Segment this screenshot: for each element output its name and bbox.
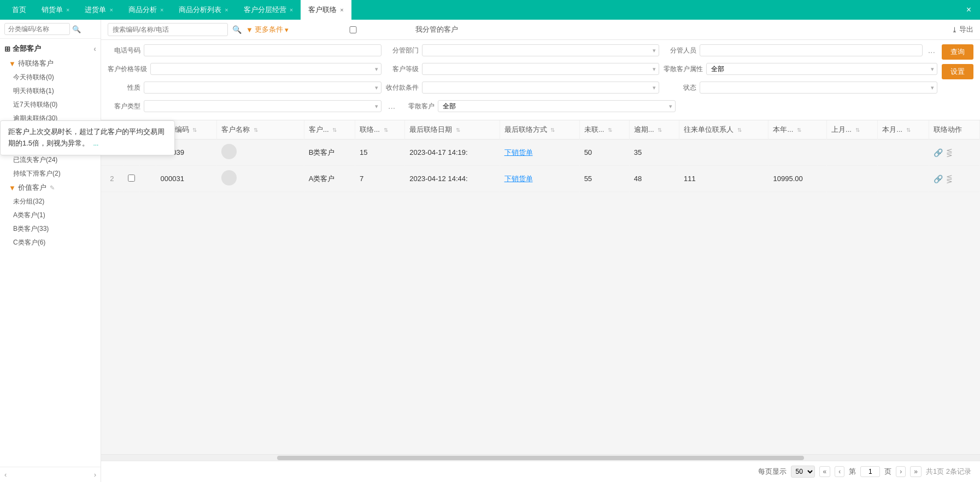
- retail-customer-select[interactable]: 全部: [438, 100, 676, 112]
- status-select[interactable]: [700, 82, 937, 94]
- more-conditions-button[interactable]: ▼ 更多条件 ▾: [246, 25, 289, 34]
- row2-checkbox[interactable]: [123, 166, 139, 192]
- close-customer-contact-tab[interactable]: ×: [340, 7, 343, 13]
- edit-icon[interactable]: ✎: [50, 184, 55, 191]
- sidebar-item-7days[interactable]: 近7天待联络(0): [0, 98, 101, 112]
- close-product-analysis-tab[interactable]: ×: [160, 7, 163, 13]
- col-overdue-header[interactable]: 逾期... ⇅: [629, 120, 679, 140]
- sidebar-collapse-icon[interactable]: ‹: [93, 44, 96, 53]
- row1-this-month: [878, 140, 929, 166]
- page-number-input[interactable]: [860, 466, 880, 477]
- search-input[interactable]: [108, 23, 228, 36]
- sidebar-item-b-class[interactable]: B类客户(33): [0, 222, 101, 236]
- nav-customer-contact[interactable]: 客户联络 ×: [301, 0, 351, 20]
- next-page-button[interactable]: ›: [896, 466, 906, 477]
- nav-product-analysis[interactable]: 商品分析 ×: [121, 0, 171, 20]
- customer-type-select[interactable]: [144, 100, 382, 112]
- payment-select[interactable]: [422, 82, 660, 94]
- sidebar-search-input[interactable]: [4, 23, 70, 35]
- sidebar-item-ungroup[interactable]: 未分组(32): [0, 195, 101, 208]
- col-this-month-header[interactable]: 本月... ⇅: [878, 120, 929, 140]
- dept-select[interactable]: [422, 44, 660, 56]
- page-size-select[interactable]: 50: [791, 466, 815, 478]
- sidebar-item-c-class[interactable]: C类客户(6): [0, 236, 101, 249]
- price-grade-select[interactable]: [150, 63, 382, 75]
- phone-input[interactable]: [144, 44, 382, 56]
- row1-link-icon[interactable]: 🔗: [934, 148, 943, 157]
- col-this-year-header[interactable]: 本年... ⇅: [768, 120, 827, 140]
- nav-sales[interactable]: 销货单 ×: [34, 0, 77, 20]
- horizontal-scrollbar[interactable]: [101, 454, 980, 461]
- export-button[interactable]: ⤓ 导出: [952, 25, 973, 34]
- nav-home[interactable]: 首页: [4, 0, 34, 20]
- person-input[interactable]: [700, 44, 922, 56]
- sidebar-search-icon[interactable]: 🔍: [72, 25, 81, 33]
- sidebar-all-customers[interactable]: ⊞ 全部客户 ‹: [0, 41, 101, 56]
- close-product-list-tab[interactable]: ×: [225, 7, 228, 13]
- col-last-month-header[interactable]: 上月... ⇅: [827, 120, 878, 140]
- grid-icon: ⊞: [4, 45, 10, 53]
- filter-row-1: 电话号码 分管部门 分管人员 ...: [108, 44, 937, 56]
- nav-customer-mgmt[interactable]: 客户分层经营 ×: [236, 0, 301, 20]
- sidebar-item-declining[interactable]: 持续下滑客户(2): [0, 167, 101, 181]
- close-sales-tab[interactable]: ×: [66, 7, 69, 13]
- settings-button[interactable]: 设置: [942, 64, 973, 79]
- main-layout: 🔍 ⊞ 全部客户 ‹ ▼ 待联络客户 今天待联络(0) 明天待联络(1) 近7天…: [0, 20, 980, 482]
- col-name-header[interactable]: 客户名称 ⇅: [216, 120, 304, 140]
- filter-gender: 性质: [108, 82, 382, 94]
- col-date-header[interactable]: 最后联络日期 ⇅: [405, 120, 500, 140]
- row1-grade: B类客户: [304, 140, 355, 166]
- arrow-down-icon: ▼: [9, 184, 16, 192]
- col-contact-header[interactable]: 联络... ⇅: [355, 120, 405, 140]
- nav-purchase[interactable]: 进货单 ×: [77, 0, 120, 20]
- retail-customer-label: 零散客户: [402, 102, 435, 111]
- close-customer-mgmt-tab[interactable]: ×: [290, 7, 293, 13]
- prev-page-button[interactable]: ‹: [835, 466, 844, 477]
- row2-method[interactable]: 下销货单: [500, 166, 579, 192]
- query-button[interactable]: 查询: [942, 44, 973, 60]
- row1-grid-icon[interactable]: ⋚: [946, 148, 953, 157]
- sidebar-item-tomorrow[interactable]: 明天待联络(1): [0, 84, 101, 98]
- sidebar-pending-contact-group[interactable]: ▼ 待联络客户: [0, 56, 101, 71]
- last-page-button[interactable]: »: [910, 466, 922, 477]
- row2-avatar: [221, 170, 237, 185]
- close-purchase-tab[interactable]: ×: [109, 7, 113, 13]
- row1-name: [216, 140, 304, 166]
- row2-overdue: 48: [629, 166, 679, 192]
- scroll-thumb[interactable]: [277, 456, 805, 460]
- row2-grid-icon[interactable]: ⋚: [946, 175, 953, 183]
- row2-this-month: [878, 166, 929, 192]
- app-close-button[interactable]: ×: [962, 5, 976, 15]
- col-method-header[interactable]: 最后联络方式 ⇅: [500, 120, 579, 140]
- filter-price-grade: 客户价格等级: [108, 63, 382, 75]
- retail-attr-select[interactable]: 全部: [706, 63, 937, 75]
- person-more-icon[interactable]: ...: [926, 45, 937, 55]
- chevron-down-icon: ▾: [285, 26, 289, 34]
- gender-select[interactable]: [144, 82, 382, 94]
- first-page-button[interactable]: «: [819, 466, 831, 477]
- nav-product-analysis-list[interactable]: 商品分析列表 ×: [171, 0, 236, 20]
- my-customers-checkbox[interactable]: [293, 26, 413, 33]
- row2-method-link[interactable]: 下销货单: [504, 175, 533, 183]
- next-page-sidebar[interactable]: ›: [94, 471, 96, 479]
- search-button[interactable]: 🔍: [232, 25, 242, 34]
- arrow-icon: ▼: [9, 60, 16, 68]
- col-grade-header[interactable]: 客户... ⇅: [304, 120, 355, 140]
- row2-link-icon[interactable]: 🔗: [934, 175, 943, 183]
- row2-settings: [139, 166, 156, 192]
- price-grade-label: 客户价格等级: [108, 65, 147, 74]
- sidebar-value-customers-group[interactable]: ▼ 价值客户 ✎: [0, 181, 101, 195]
- more-dots-icon[interactable]: ...: [386, 101, 397, 111]
- sidebar-item-a-class[interactable]: A类客户(1): [0, 208, 101, 222]
- customer-grade-select[interactable]: [422, 63, 660, 75]
- table-scroll-area[interactable]: ⚙ 客户编码 ⇅ 客户名称 ⇅ 客户... ⇅: [101, 120, 980, 454]
- prev-page-sidebar[interactable]: ‹: [4, 471, 7, 479]
- row1-overdue: 35: [629, 140, 679, 166]
- col-contact-person-header[interactable]: 往来单位联系人 ⇅: [679, 120, 768, 140]
- row1-method[interactable]: 下销货单: [500, 140, 579, 166]
- sidebar-item-churned[interactable]: 已流失客户(24): [0, 153, 101, 167]
- row1-method-link[interactable]: 下销货单: [504, 148, 533, 156]
- gender-label: 性质: [108, 83, 140, 92]
- sidebar-item-today[interactable]: 今天待联络(0): [0, 71, 101, 84]
- col-unlinkd-header[interactable]: 未联... ⇅: [579, 120, 629, 140]
